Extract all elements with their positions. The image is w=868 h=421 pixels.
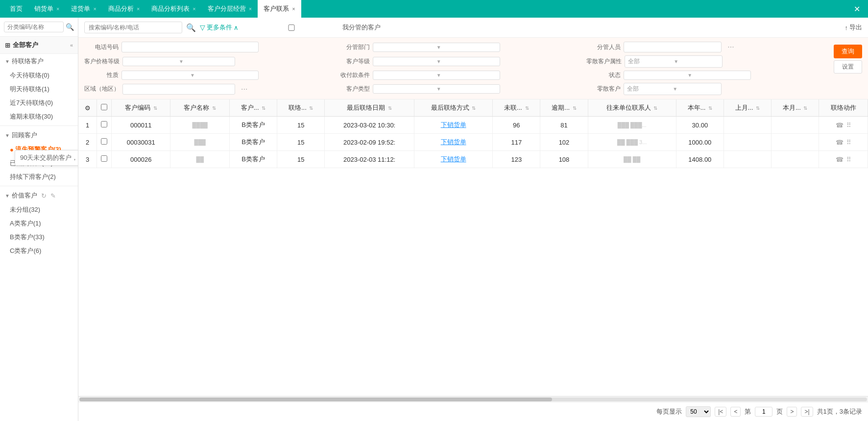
dept-arrow-icon: ▼ — [436, 45, 497, 50]
row-checkbox-1[interactable] — [101, 138, 107, 145]
cell-last-method[interactable]: 下销货单 — [414, 134, 492, 151]
col-index: ⚙ — [78, 99, 97, 117]
horizontal-scrollbar[interactable] — [78, 396, 868, 402]
tooltip-box: 90天未交易的客户，可能有流失风险。 — [15, 150, 78, 166]
sidebar-item-class-b[interactable]: B类客户(33) — [0, 230, 78, 244]
customer-type-select[interactable]: ▼ — [373, 84, 500, 94]
nav-tab-customer-tier[interactable]: 客户分层经营 × — [202, 0, 258, 18]
row-checkbox-2[interactable] — [101, 155, 107, 162]
col-contact-person[interactable]: 往来单位联系人 ⇅ — [588, 99, 676, 117]
refresh-icon[interactable]: ↻ — [41, 192, 47, 199]
sidebar-group-review[interactable]: ▼ 回顾客户 — [0, 128, 78, 143]
col-action: 联络动作 — [819, 99, 868, 117]
sidebar-group-pending[interactable]: ▼ 待联络客户 — [0, 54, 78, 69]
orange-dot: ● — [10, 146, 14, 153]
cell-last-method[interactable]: 下销货单 — [414, 117, 492, 134]
cell-last-date: 2023-02-03 11:12: — [325, 151, 414, 168]
sidebar-group-value[interactable]: ▼ 价值客户 ↻ ✎ — [0, 188, 78, 203]
my-customers-checkbox[interactable]: 我分管的客户 — [242, 23, 381, 32]
sidebar-item-overdue[interactable]: 逾期未联络(30) — [0, 110, 78, 124]
nav-tab-home[interactable]: 首页 — [4, 0, 28, 18]
row-checkbox-0[interactable] — [101, 121, 107, 127]
prev-page-button[interactable]: < — [730, 407, 741, 417]
payment-select[interactable]: ▼ — [373, 71, 500, 80]
nav-tab-customer-contact[interactable]: 客户联系 × — [258, 0, 301, 18]
sidebar-item-class-c[interactable]: C类客户(6) — [0, 244, 78, 258]
col-uncontacted[interactable]: 未联... ⇅ — [493, 99, 540, 117]
price-grade-select[interactable]: ▼ — [122, 57, 235, 66]
close-tab-product-list[interactable]: × — [193, 6, 195, 12]
col-year-amount[interactable]: 本年... ⇅ — [676, 99, 723, 117]
query-button[interactable]: 查询 — [834, 45, 862, 58]
collapse-icon[interactable]: « — [70, 42, 73, 48]
scatter-attr-select[interactable]: 全部 ▼ — [625, 55, 723, 68]
scatter-customer-select[interactable]: 全部 ▼ — [624, 83, 722, 95]
sidebar-search-icon[interactable]: 🔍 — [66, 23, 74, 31]
export-button[interactable]: ↑ 导出 — [845, 23, 863, 32]
search-input[interactable] — [84, 22, 182, 33]
status-select[interactable]: ▼ — [624, 71, 751, 80]
close-tab-sales[interactable]: × — [56, 6, 59, 12]
action-contact-icon-1[interactable]: ☎ — [836, 139, 844, 146]
col-last-date[interactable]: 最后联络日期 ⇅ — [325, 99, 414, 117]
col-overdue[interactable]: 逾期... ⇅ — [540, 99, 588, 117]
region-more-icon[interactable]: ··· — [238, 85, 250, 94]
per-page-select[interactable]: 50 100 — [686, 406, 711, 417]
filter-field-manager: 分管人员 ··· — [586, 42, 830, 52]
close-tab-customer-contact[interactable]: × — [292, 6, 295, 12]
sidebar-item-ungrouped[interactable]: 未分组(32) — [0, 203, 78, 217]
cell-contact-person: ██ ██ — [588, 151, 676, 168]
phone-input[interactable] — [121, 42, 259, 52]
sidebar-search-input[interactable] — [4, 22, 64, 32]
nav-tab-sales[interactable]: 销货单 × — [28, 0, 65, 18]
page-input[interactable] — [755, 407, 772, 417]
next-page-button[interactable]: > — [787, 407, 797, 417]
col-contact-count[interactable]: 联络... ⇅ — [277, 99, 325, 117]
dept-select[interactable]: ▼ — [373, 43, 500, 52]
action-more-icon-1[interactable]: ⠿ — [846, 139, 851, 146]
select-all-checkbox[interactable] — [101, 104, 107, 110]
manager-input[interactable] — [624, 42, 722, 52]
my-customers-check[interactable] — [242, 25, 340, 31]
scrollbar-thumb[interactable] — [79, 397, 552, 401]
sidebar-all-customers[interactable]: ⊞ 全部客户 « — [0, 37, 78, 54]
action-contact-icon[interactable]: ☎ — [836, 122, 844, 129]
col-last-month[interactable]: 上月... ⇅ — [723, 99, 771, 117]
first-page-button[interactable]: |< — [715, 407, 726, 417]
sidebar-item-tomorrow[interactable]: 明天待联络(1) — [0, 82, 78, 96]
nav-tab-product-list[interactable]: 商品分析列表 × — [145, 0, 201, 18]
table-wrapper: ⚙ 客户编码 ⇅ 客户名称 ⇅ 客户... ⇅ 联络... ⇅ 最后联络日期 ⇅… — [78, 99, 868, 396]
cell-last-method[interactable]: 下销货单 — [414, 151, 492, 168]
nav-tab-purchase[interactable]: 进货单 × — [65, 0, 102, 18]
close-tab-customer-tier[interactable]: × — [249, 6, 252, 12]
col-this-month[interactable]: 本月... ⇅ — [772, 99, 819, 117]
col-last-method[interactable]: 最后联络方式 ⇅ — [414, 99, 492, 117]
action-contact-icon-2[interactable]: ☎ — [836, 156, 844, 163]
manager-more-icon[interactable]: ··· — [724, 43, 737, 51]
sidebar-item-7days[interactable]: 近7天待联络(0) — [0, 96, 78, 110]
sidebar-item-declining[interactable]: 持续下滑客户(2) — [0, 170, 78, 184]
edit-icon[interactable]: ✎ — [50, 192, 56, 199]
more-conditions-button[interactable]: ▽ 更多条件 ∧ — [200, 23, 239, 32]
col-name[interactable]: 客户名称 ⇅ — [170, 99, 229, 117]
action-more-icon[interactable]: ⠿ — [846, 122, 851, 129]
sidebar-item-today[interactable]: 今天待联络(0) — [0, 69, 78, 82]
cell-code: 000026 — [112, 151, 170, 168]
close-tab-purchase[interactable]: × — [93, 6, 96, 12]
filter-bar: 🔍 ▽ 更多条件 ∧ 我分管的客户 ↑ 导出 — [78, 18, 868, 38]
action-more-icon-2[interactable]: ⠿ — [846, 156, 851, 163]
close-window-button[interactable]: ✕ — [850, 4, 864, 14]
nature-select[interactable]: ▼ — [121, 71, 259, 80]
region-input[interactable] — [122, 84, 235, 95]
sidebar-item-class-a[interactable]: A类客户(1) — [0, 217, 78, 230]
cell-name: ███ — [170, 134, 229, 151]
settings-icon[interactable]: ⚙ — [85, 104, 91, 112]
settings-button[interactable]: 设置 — [834, 60, 862, 74]
nav-tab-product-analysis[interactable]: 商品分析 × — [102, 0, 145, 18]
close-tab-product-analysis[interactable]: × — [137, 6, 140, 12]
col-code[interactable]: 客户编码 ⇅ — [112, 99, 170, 117]
search-button[interactable]: 🔍 — [186, 23, 196, 32]
last-page-button[interactable]: >| — [801, 407, 813, 417]
col-type[interactable]: 客户... ⇅ — [229, 99, 277, 117]
customer-grade-select[interactable]: ▼ — [373, 57, 500, 66]
